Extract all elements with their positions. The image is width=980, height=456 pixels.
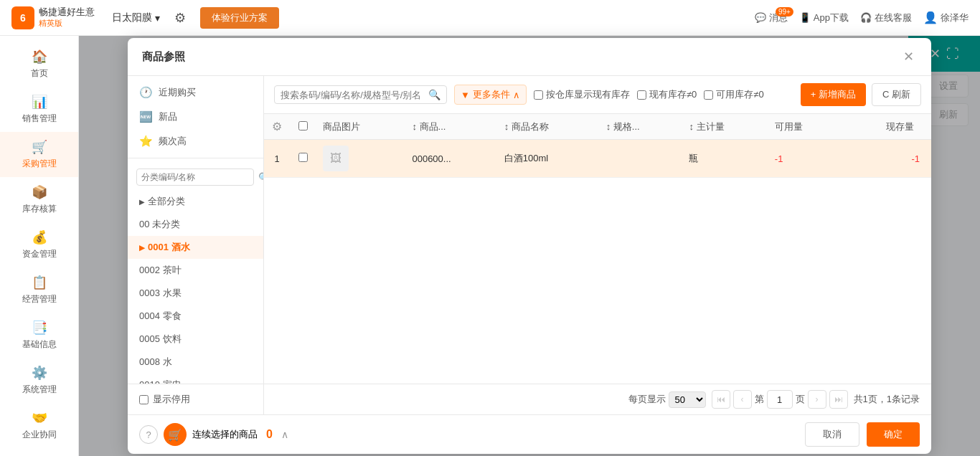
check-stock[interactable]: 现有库存≠0 <box>637 88 697 101</box>
collapse-footer-btn[interactable]: ∧ <box>281 429 288 440</box>
cancel-btn[interactable]: 取消 <box>805 422 859 447</box>
th-available[interactable]: 可用量 <box>768 114 841 140</box>
toolbar-right: + 新增商品 C 刷新 <box>801 83 921 106</box>
table-row[interactable]: 1 🖼 000600... 白酒100ml <box>264 140 931 178</box>
cat-0002[interactable]: 0002 茶叶 <box>128 259 263 282</box>
headset-icon: 🎧 <box>860 12 872 23</box>
left-tab-frequent[interactable]: ⭐ 频次高 <box>128 129 263 153</box>
page-input[interactable] <box>767 390 793 409</box>
app-download-btn[interactable]: 📱 App下载 <box>799 11 849 24</box>
th-spec[interactable]: ↕ 规格... <box>599 114 682 140</box>
page-unit: 页 <box>796 393 805 406</box>
online-service-btn[interactable]: 🎧 在线客服 <box>860 11 912 24</box>
sidebar-item-inventory[interactable]: 📦 库存核算 <box>0 177 78 222</box>
sidebar-item-system[interactable]: ⚙️ 系统管理 <box>0 358 78 403</box>
row-stock: -1 <box>841 140 931 178</box>
cart-icon[interactable]: 🛒 <box>164 423 187 446</box>
th-code[interactable]: ↕ 商品... <box>405 114 496 140</box>
user-area[interactable]: 👤 徐泽华 <box>923 11 969 24</box>
sidebar-item-sales[interactable]: 📊 销售管理 <box>0 87 78 132</box>
page-first-btn[interactable]: ⏮ <box>712 390 730 409</box>
search-icon-btn[interactable]: 🔍 <box>428 89 440 100</box>
row-checkbox[interactable] <box>298 153 308 162</box>
check-stock-label: 现有库存≠0 <box>649 88 697 101</box>
th-unit[interactable]: ↕ 主计量 <box>682 114 767 140</box>
right-panel: 🔍 ▼ 更多条件 ∧ 按仓库显示现有库存 <box>264 76 931 414</box>
product-modal: 商品参照 ✕ 🕐 近期购买 🆕 <box>128 38 931 454</box>
page-prev-btn[interactable]: ‹ <box>733 390 752 409</box>
inventory-icon: 📦 <box>32 184 47 200</box>
main-content: 查询 设置 刷新 ✕ ⛶ 商品参照 ✕ <box>79 36 980 456</box>
col-image-label: 商品图片 <box>323 121 360 132</box>
online-service-label: 在线客服 <box>875 11 912 24</box>
th-name[interactable]: ↕ 商品名称 <box>497 114 599 140</box>
warehouse-checkbox[interactable] <box>534 90 543 100</box>
add-product-btn[interactable]: + 新增商品 <box>801 83 866 106</box>
exp-btn[interactable]: 体验行业方案 <box>200 7 279 29</box>
cat-0001[interactable]: ▶ 0001 酒水 <box>128 236 263 259</box>
messages-btn[interactable]: 💬 消息 99+ <box>755 11 788 24</box>
sidebar-item-guide[interactable]: 🎯 新手引导 <box>0 448 78 456</box>
col-available-label: 可用量 <box>775 121 803 132</box>
row-spec <box>599 140 682 178</box>
left-tab-label: 频次高 <box>159 135 187 148</box>
show-disabled-checkbox[interactable] <box>139 395 149 404</box>
sidebar-item-basic[interactable]: 📑 基础信息 <box>0 313 78 358</box>
th-settings[interactable]: ⚙ <box>264 114 290 140</box>
toolbar: 🔍 ▼ 更多条件 ∧ 按仓库显示现有库存 <box>264 76 931 114</box>
col-stock-label: 现存量 <box>886 121 914 132</box>
cat-00[interactable]: 00 未分类 <box>128 213 263 236</box>
select-all-checkbox[interactable] <box>298 121 308 130</box>
confirm-btn[interactable]: 确定 <box>867 422 920 447</box>
help-btn[interactable]: ? <box>139 425 158 444</box>
left-tabs: 🕐 近期购买 🆕 新品 ⭐ 频次高 <box>128 76 263 158</box>
cat-0004[interactable]: 0004 零食 <box>128 305 263 328</box>
left-tab-recent[interactable]: 🕐 近期购买 <box>128 80 263 105</box>
left-tab-new[interactable]: 🆕 新品 <box>128 105 263 129</box>
purchase-icon: 🛒 <box>32 139 47 155</box>
cat-0003[interactable]: 0003 水果 <box>128 282 263 305</box>
app-download-label: App下载 <box>814 11 849 24</box>
page-last-btn[interactable]: ⏭ <box>829 390 848 409</box>
refresh-btn[interactable]: C 刷新 <box>872 83 921 106</box>
col-name-label: 商品名称 <box>512 121 549 132</box>
modal-close-btn[interactable]: ✕ <box>900 48 917 65</box>
th-stock[interactable]: 现存量 <box>841 114 931 140</box>
gear-icon[interactable]: ⚙ <box>272 120 282 133</box>
available-checkbox[interactable] <box>704 90 713 100</box>
check-warehouse[interactable]: 按仓库显示现有库存 <box>534 88 630 101</box>
stock-checkbox[interactable] <box>637 90 646 100</box>
cat-all[interactable]: ▶ 全部分类 <box>128 190 263 213</box>
cat-0010[interactable]: 0010 家电 <box>128 374 263 384</box>
left-panel-footer: 显示停用 <box>128 384 263 414</box>
sort-icon: ↕ <box>412 121 417 132</box>
page-next-btn[interactable]: › <box>808 390 826 409</box>
sidebar-item-home[interactable]: 🏠 首页 <box>0 42 78 87</box>
per-page-dropdown[interactable]: 50 10 20 100 <box>669 391 706 408</box>
show-disabled-label[interactable]: 显示停用 <box>153 393 190 406</box>
cat-0005[interactable]: 0005 饮料 <box>128 328 263 351</box>
check-available[interactable]: 可用库存≠0 <box>704 88 763 101</box>
sidebar-item-finance[interactable]: 💰 资金管理 <box>0 222 78 267</box>
per-page-select: 每页显示 50 10 20 100 <box>628 391 706 408</box>
sidebar-item-ops[interactable]: 📋 经营管理 <box>0 267 78 313</box>
cat-search-icon[interactable]: 🔍 <box>258 172 263 183</box>
search-input[interactable] <box>281 90 424 100</box>
cat-search-input[interactable] <box>136 168 254 186</box>
sidebar: 🏠 首页 📊 销售管理 🛒 采购管理 📦 库存核算 💰 资金管理 📋 经营管理 … <box>0 36 79 456</box>
chevron-down-icon: ▾ <box>155 12 160 24</box>
messages-badge: 99+ <box>776 7 793 16</box>
filter-btn[interactable]: ▼ 更多条件 ∧ <box>454 85 527 105</box>
left-tab-label: 新品 <box>159 110 177 123</box>
modal-footer: ? 🛒 连续选择的商品 0 ∧ 取消 确定 <box>128 414 931 454</box>
frequent-icon: ⭐ <box>139 135 153 148</box>
settings-icon[interactable]: ⚙ <box>174 10 186 26</box>
cat-label: 0002 茶叶 <box>139 264 182 277</box>
cat-0008[interactable]: 0008 水 <box>128 351 263 374</box>
cat-label: 0004 零食 <box>139 310 182 323</box>
store-selector[interactable]: 日太阳膜 ▾ <box>106 9 166 27</box>
sidebar-item-purchase[interactable]: 🛒 采购管理 <box>0 132 78 177</box>
sidebar-item-collab[interactable]: 🤝 企业协同 <box>0 403 78 448</box>
cat-label: 0003 水果 <box>139 287 182 300</box>
row-name: 白酒100ml <box>497 140 599 178</box>
